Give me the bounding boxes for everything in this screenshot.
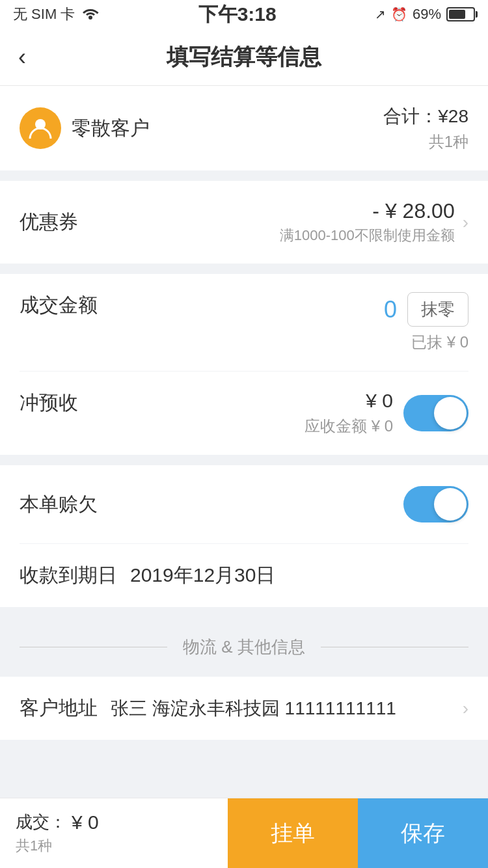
debit-toggle[interactable] [403, 486, 468, 522]
due-date-label: 收款到期日 [20, 562, 117, 589]
bottom-summary-top: 成交： ¥ 0 [16, 811, 212, 834]
prepayment-amount: ¥ 0 [305, 390, 393, 412]
coupon-section: 优惠券 - ¥ 28.00 满1000-100不限制使用金额 › [0, 181, 488, 264]
deal-amount-label: 成交金额 [20, 292, 98, 319]
status-right: ↗ ⏰ 69% [375, 6, 475, 23]
deal-amount-section: 成交金额 0 抹零 已抹 ¥ 0 冲预收 ¥ 0 应收金额 ¥ 0 [0, 274, 488, 455]
page-title: 填写结算等信息 [167, 42, 321, 72]
battery-icon [446, 7, 475, 21]
prepayment-sub: 应收金额 ¥ 0 [305, 416, 393, 437]
prepayment-amount-col: ¥ 0 应收金额 ¥ 0 [305, 390, 393, 437]
round-zero-button[interactable]: 抹零 [407, 292, 468, 327]
customer-total: 合计：¥28 [383, 104, 468, 129]
customer-name: 零散客户 [72, 115, 150, 142]
customer-avatar [20, 107, 61, 149]
prepayment-toggle[interactable] [403, 395, 468, 431]
address-chevron-icon: › [463, 698, 468, 719]
logistics-header: 物流 & 其他信息 [0, 617, 488, 677]
pending-button[interactable]: 挂单 [228, 798, 358, 868]
save-button[interactable]: 保存 [358, 798, 488, 868]
due-date-row: 收款到期日 2019年12月30日 [0, 544, 488, 607]
debit-label: 本单赊欠 [20, 491, 98, 518]
bottom-bar: 成交： ¥ 0 共1种 挂单 保存 [0, 798, 488, 868]
debit-toggle-knob [434, 488, 467, 521]
bottom-summary: 成交： ¥ 0 共1种 [0, 798, 228, 868]
coupon-label: 优惠券 [20, 209, 78, 236]
toggle-knob [434, 397, 467, 429]
due-date-value[interactable]: 2019年12月30日 [130, 562, 275, 589]
coupon-row[interactable]: 优惠券 - ¥ 28.00 满1000-100不限制使用金额 › [0, 181, 488, 264]
status-left: 无 SIM 卡 [13, 5, 100, 24]
deal-amount-sub: 已抹 ¥ 0 [411, 332, 468, 353]
status-bar: 无 SIM 卡 下午3:18 ↗ ⏰ 69% [0, 0, 488, 29]
deal-amount-row: 成交金额 0 抹零 已抹 ¥ 0 [0, 274, 488, 371]
alarm-icon: ⏰ [391, 7, 407, 22]
customer-section: 零散客户 合计：¥28 共1种 [0, 86, 488, 170]
coupon-info: - ¥ 28.00 满1000-100不限制使用金额 [280, 199, 455, 245]
address-section: 客户地址 张三 海淀永丰科技园 11111111111 › [0, 677, 488, 740]
address-row[interactable]: 客户地址 张三 海淀永丰科技园 11111111111 › [0, 677, 488, 740]
bottom-deal-amount: ¥ 0 [72, 811, 99, 834]
address-value: 张三 海淀永丰科技园 11111111111 [111, 696, 463, 721]
customer-count: 共1种 [383, 131, 468, 152]
logistics-title: 物流 & 其他信息 [167, 636, 321, 658]
nav-bar: ‹ 填写结算等信息 [0, 29, 488, 86]
battery-percent: 69% [413, 6, 441, 23]
back-button[interactable]: ‹ [18, 44, 26, 71]
logistics-section: 物流 & 其他信息 [0, 617, 488, 677]
status-time: 下午3:18 [198, 1, 277, 28]
coupon-chevron-icon: › [463, 212, 468, 233]
prepayment-row: 冲预收 ¥ 0 应收金额 ¥ 0 [0, 372, 488, 455]
wifi-icon [81, 5, 100, 23]
bottom-deal-label: 成交： [16, 811, 66, 834]
address-label: 客户地址 [20, 695, 98, 722]
bottom-count: 共1种 [16, 836, 212, 856]
customer-left: 零散客户 [20, 107, 150, 149]
customer-right: 合计：¥28 共1种 [383, 104, 468, 152]
prepayment-label: 冲预收 [20, 390, 78, 416]
location-icon: ↗ [375, 7, 386, 22]
debit-section: 本单赊欠 收款到期日 2019年12月30日 [0, 465, 488, 607]
coupon-right: - ¥ 28.00 满1000-100不限制使用金额 › [280, 199, 468, 245]
coupon-desc: 满1000-100不限制使用金额 [280, 226, 455, 245]
deal-amount-value[interactable]: 0 [371, 296, 397, 323]
customer-row: 零散客户 合计：¥28 共1种 [0, 86, 488, 170]
debit-row: 本单赊欠 [0, 465, 488, 543]
coupon-amount: - ¥ 28.00 [280, 199, 455, 223]
sim-label: 无 SIM 卡 [13, 5, 75, 24]
content: 零散客户 合计：¥28 共1种 优惠券 - ¥ 28.00 满1000-100不… [0, 86, 488, 828]
